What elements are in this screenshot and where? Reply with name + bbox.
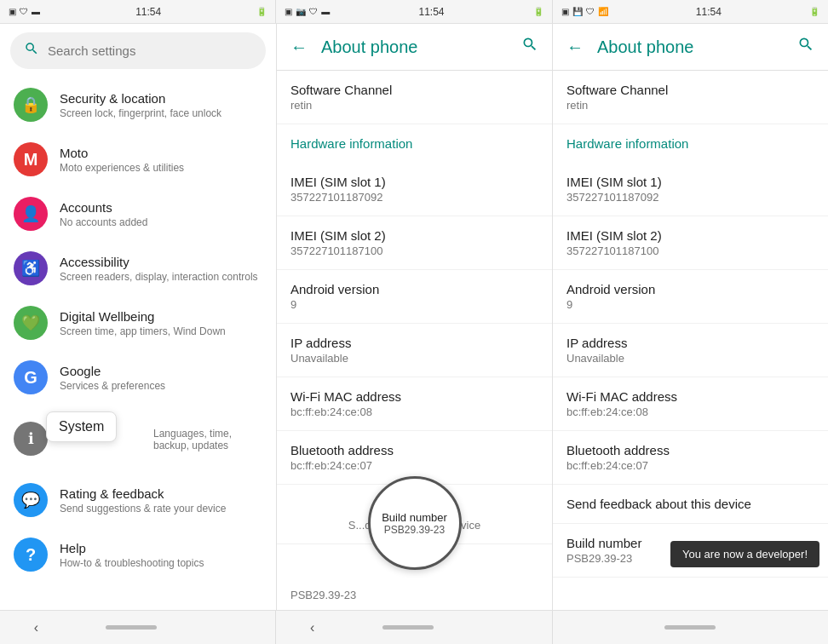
sim2-icon: ▣ <box>285 7 292 16</box>
battery-icon-1: 🔋 <box>256 7 267 16</box>
settings-text-accounts: Accounts No accounts added <box>60 200 262 228</box>
settings-text-system: Languages, time, backup, updates <box>153 426 262 451</box>
panel-header-2: ← About phone <box>553 24 828 71</box>
info-wifi-1[interactable]: Wi-Fi MAC address bc:ff:eb:24:ce:08 <box>277 377 552 431</box>
rating-icon: 💬 <box>14 483 48 517</box>
security-subtitle: Screen lock, fingerprint, face unlock <box>60 107 262 119</box>
info-software-channel-2[interactable]: Software Channel retin <box>553 71 828 124</box>
help-subtitle: How-to & troubleshooting topics <box>60 557 262 569</box>
info-sub-android-1: 9 <box>290 298 538 311</box>
info-title-bt-2: Bluetooth address <box>566 443 814 457</box>
google-icon: G <box>14 360 48 394</box>
info-ip-2[interactable]: IP address Unavailable <box>553 324 828 377</box>
panel-content-1: Software Channel retin Hardware informat… <box>277 71 552 610</box>
info-imei2-1[interactable]: IMEI (SIM slot 2) 357227101187100 <box>277 216 552 270</box>
info-title-android-2: Android version <box>566 282 814 296</box>
clock-3: 11:54 <box>696 6 722 18</box>
system-bubble: System <box>46 411 117 442</box>
info-title-imei1-2: IMEI (SIM slot 1) <box>566 175 814 189</box>
status-icons-right-1: 🔋 <box>256 7 267 16</box>
info-sub-android-2: 9 <box>566 298 814 311</box>
battery-icon-3: 🔋 <box>809 7 819 16</box>
accounts-title: Accounts <box>60 200 262 215</box>
info-title-software-2: Software Channel <box>566 83 814 97</box>
about-panel-2: ← About phone Software Channel retin Har… <box>553 24 828 610</box>
settings-list: 🔒 Security & location Screen lock, finge… <box>0 78 276 610</box>
digital-wellbeing-title: Digital Wellbeing <box>60 309 262 324</box>
build-circle-value-1: PSB29.39-23 <box>384 524 445 536</box>
search-bar[interactable] <box>10 32 266 69</box>
info-android-1[interactable]: Android version 9 <box>277 270 552 324</box>
panel-header-1: ← About phone <box>277 24 552 71</box>
search-header-icon-2[interactable] <box>797 36 814 58</box>
info-title-software-1: Software Channel <box>290 83 538 97</box>
settings-item-digital-wellbeing[interactable]: 💚 Digital Wellbeing Screen time, app tim… <box>0 296 276 350</box>
status-section-3: ▣ 💾 🛡 📶 11:54 🔋 <box>553 0 828 23</box>
settings-item-moto[interactable]: M Moto Moto experiences & utilities <box>0 132 276 187</box>
info-imei1-2[interactable]: IMEI (SIM slot 1) 357227101187092 <box>553 163 828 216</box>
info-hw-header-1: Hardware information <box>277 124 552 163</box>
info-title-imei2-1: IMEI (SIM slot 2) <box>290 228 538 243</box>
nav-pill-1 <box>106 625 157 630</box>
status-icons-right-2: 🔋 <box>533 7 543 16</box>
search-input[interactable] <box>48 43 252 58</box>
build-circle-1[interactable]: Build number PSB29.39-23 <box>368 476 462 570</box>
photo-icon: 📷 <box>296 7 306 16</box>
settings-item-google[interactable]: G Google Services & preferences <box>0 350 276 405</box>
settings-item-accounts[interactable]: 👤 Accounts No accounts added <box>0 187 276 241</box>
back-arrow-1[interactable]: ← <box>290 37 308 57</box>
info-title-ip-2: IP address <box>566 336 814 350</box>
nav-pill-2 <box>382 625 434 630</box>
info-title-bt-1: Bluetooth address <box>290 443 538 457</box>
info-feedback-2[interactable]: Send feedback about this device <box>553 485 828 524</box>
info-android-2[interactable]: Android version 9 <box>553 270 828 324</box>
settings-item-security[interactable]: 🔒 Security & location Screen lock, finge… <box>0 78 276 132</box>
status-section-1: ▣ 🛡 ▬ 11:54 🔋 <box>0 0 276 23</box>
help-title: Help <box>60 541 262 555</box>
info-sub-ip-1: Unavailable <box>290 352 538 365</box>
moto-subtitle: Moto experiences & utilities <box>60 162 262 174</box>
clock-1: 11:54 <box>135 6 161 18</box>
info-wifi-2[interactable]: Wi-Fi MAC address bc:ff:eb:24:ce:08 <box>553 377 828 431</box>
accessibility-icon: ♿ <box>14 251 48 285</box>
status-icons-right-3: 🔋 <box>809 7 819 16</box>
info-bt-2[interactable]: Bluetooth address bc:ff:eb:24:ce:07 <box>553 431 828 485</box>
settings-text-rating: Rating & feedback Send suggestions & rat… <box>60 486 262 515</box>
info-ip-1[interactable]: IP address Unavailable <box>277 324 552 377</box>
system-bubble-title: System <box>59 419 104 434</box>
info-imei1-1[interactable]: IMEI (SIM slot 1) 357227101187092 <box>277 163 552 216</box>
info-title-imei2-2: IMEI (SIM slot 2) <box>566 228 814 243</box>
back-arrow-2[interactable]: ← <box>566 37 584 57</box>
info-sub-ip-2: Unavailable <box>566 352 814 365</box>
nav-section-2: ‹ <box>276 611 552 644</box>
system-icon: ℹ <box>14 422 48 456</box>
status-bar: ▣ 🛡 ▬ 11:54 🔋 ▣ 📷 🛡 ▬ 11:54 🔋 ▣ 💾 🛡 📶 11… <box>0 0 828 24</box>
nav-back-1[interactable]: ‹ <box>34 620 38 635</box>
search-icon <box>24 41 39 60</box>
settings-item-help[interactable]: ? Help How-to & troubleshooting topics <box>0 527 276 582</box>
info-software-channel-1[interactable]: Software Channel retin <box>277 71 552 124</box>
info-sub-wifi-2: bc:ff:eb:24:ce:08 <box>566 405 814 418</box>
search-header-icon-1[interactable] <box>521 36 538 58</box>
info-title-wifi-1: Wi-Fi MAC address <box>290 389 538 404</box>
info-imei2-2[interactable]: IMEI (SIM slot 2) 357227101187100 <box>553 216 828 270</box>
info-sub-wifi-1: bc:ff:eb:24:ce:08 <box>290 405 538 418</box>
storage-icon: 💾 <box>572 7 583 16</box>
settings-item-rating[interactable]: 💬 Rating & feedback Send suggestions & r… <box>0 473 276 527</box>
settings-text-google: Google Services & preferences <box>60 364 262 392</box>
msg-icon: ▬ <box>32 7 40 16</box>
info-sub-bt-1: bc:ff:eb:24:ce:07 <box>290 459 538 472</box>
status-icons-left-1: ▣ 🛡 ▬ <box>9 7 40 16</box>
settings-item-system[interactable]: ℹ System Languages, time, backup, update… <box>0 405 276 473</box>
nav-section-1: ‹ <box>0 611 276 644</box>
developer-toast: You are now a developer! <box>670 541 819 567</box>
settings-item-accessibility[interactable]: ♿ Accessibility Screen readers, display,… <box>0 241 276 296</box>
system-subtitle: Languages, time, backup, updates <box>153 428 262 451</box>
info-feedback-1[interactable]: Build number PSB29.39-23 S...dback about… <box>277 485 552 544</box>
sim-icon: ▣ <box>9 7 16 16</box>
settings-text-help: Help How-to & troubleshooting topics <box>60 541 262 569</box>
google-title: Google <box>60 364 262 378</box>
wifi-icon: 📶 <box>598 7 608 16</box>
nav-back-2[interactable]: ‹ <box>310 620 314 635</box>
about-panel-1: ← About phone Software Channel retin Har… <box>277 24 553 610</box>
